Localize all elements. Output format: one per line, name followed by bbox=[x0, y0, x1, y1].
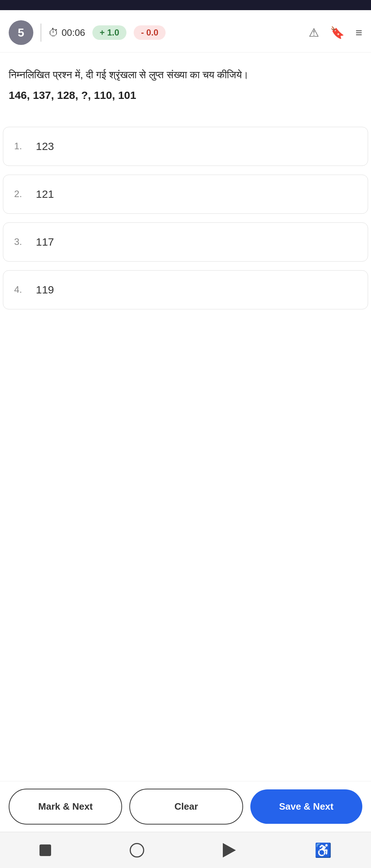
warning-icon[interactable]: ⚠ bbox=[309, 26, 319, 39]
top-bar bbox=[0, 0, 371, 10]
question-text: निम्नलिखित प्रश्न में, दी गई श्रृंखला से… bbox=[9, 67, 362, 83]
option-value-1: 123 bbox=[36, 140, 54, 153]
bookmark-icon[interactable]: 🔖 bbox=[330, 26, 345, 39]
android-square-button[interactable] bbox=[39, 844, 51, 856]
bottom-buttons: Mark & Next Clear Save & Next bbox=[0, 781, 371, 832]
option-item-4[interactable]: 4. 119 bbox=[3, 270, 368, 309]
option-item-3[interactable]: 3. 117 bbox=[3, 222, 368, 262]
option-number-2: 2. bbox=[14, 188, 27, 200]
header-divider bbox=[41, 24, 41, 42]
android-accessibility-button[interactable]: ♿ bbox=[314, 842, 332, 858]
positive-marks-badge: + 1.0 bbox=[92, 25, 126, 40]
option-value-4: 119 bbox=[36, 284, 54, 296]
clear-button[interactable]: Clear bbox=[129, 789, 243, 825]
save-next-button[interactable]: Save & Next bbox=[250, 789, 362, 824]
option-number-1: 1. bbox=[14, 141, 27, 152]
option-number-4: 4. bbox=[14, 284, 27, 295]
header: 5 ⏱ 00:06 + 1.0 - 0.0 ⚠ 🔖 ≡ bbox=[0, 10, 371, 53]
more-icon[interactable]: ≡ bbox=[355, 26, 362, 39]
header-icons: ⚠ 🔖 ≡ bbox=[309, 26, 362, 39]
option-value-2: 121 bbox=[36, 188, 54, 200]
android-back-button[interactable] bbox=[223, 843, 236, 857]
question-body: निम्नलिखित प्रश्न में, दी गई श्रृंखला से… bbox=[0, 53, 371, 120]
android-home-button[interactable] bbox=[130, 843, 144, 857]
option-number-3: 3. bbox=[14, 236, 27, 247]
option-item-2[interactable]: 2. 121 bbox=[3, 175, 368, 214]
mark-next-button[interactable]: Mark & Next bbox=[9, 789, 122, 825]
question-series: 146, 137, 128, ?, 110, 101 bbox=[9, 89, 362, 101]
question-number-badge: 5 bbox=[9, 20, 33, 45]
android-navigation-bar: ♿ bbox=[0, 832, 371, 868]
option-item-1[interactable]: 1. 123 bbox=[3, 127, 368, 166]
options-container: 1. 123 2. 121 3. 117 4. 119 bbox=[0, 127, 371, 309]
timer: ⏱ 00:06 bbox=[49, 27, 85, 39]
option-value-3: 117 bbox=[36, 236, 54, 248]
clock-icon: ⏱ bbox=[49, 27, 59, 39]
negative-marks-badge: - 0.0 bbox=[134, 25, 166, 40]
